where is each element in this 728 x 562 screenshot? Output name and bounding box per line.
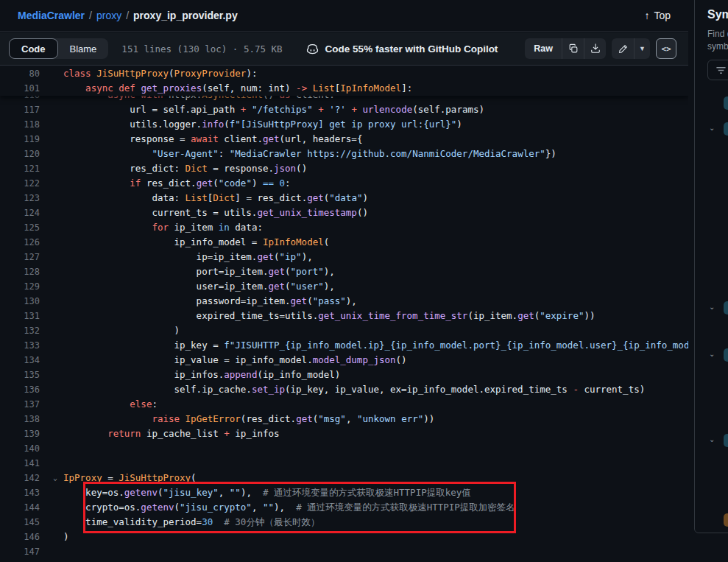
code-line: 119 response = await client.get(url, hea… [0,132,688,147]
symbol-item[interactable] [724,513,728,527]
chevron-spacer [47,220,63,235]
chevron-spacer [47,397,63,412]
line-number[interactable]: 123 [0,191,47,206]
line-number[interactable]: 101 [0,81,47,96]
line-number[interactable]: 124 [0,206,47,220]
raw-button-group: Raw [525,38,606,59]
breadcrumb-bar: MediaCrawler / proxy / proxy_ip_provider… [0,0,688,32]
code-text: url = self.api_path + "/fetchips" + '?' … [63,102,688,117]
line-number[interactable]: 128 [0,264,47,279]
code-line: 146) [0,530,688,544]
line-number[interactable]: 144 [0,500,47,515]
symbols-filter-button[interactable] [707,60,728,80]
chevron-spacer [47,500,63,515]
code-line: 132 ) [0,323,688,338]
line-number[interactable]: 139 [0,426,47,441]
code-text: expired_time_ts=utils.get_unix_time_from… [63,309,688,323]
line-number[interactable]: 142 [0,471,47,485]
breadcrumb-file-name: proxy_ip_provider.py [133,10,238,21]
line-number[interactable]: 129 [0,279,47,294]
line-number[interactable]: 134 [0,353,47,368]
symbol-expand-chevron-icon[interactable]: ⌄ [709,436,715,443]
line-number[interactable]: 130 [0,294,47,309]
code-text: crypto=os.getenv("jisu_crypto", ""), # 通… [63,500,688,515]
code-line: 141 [0,456,688,471]
symbol-item[interactable] [724,348,728,362]
code-line: 127 ip=ip_item.get("ip"), [0,250,688,264]
code-text [63,544,688,559]
symbol-item[interactable] [724,122,728,136]
breadcrumb-folder-link[interactable]: proxy [96,10,121,21]
code-text: async def get_proxies(self, num: int) ->… [63,81,688,96]
line-number[interactable]: 126 [0,235,47,250]
line-number[interactable]: 137 [0,397,47,412]
collapse-chevron-icon[interactable]: ⌄ [47,471,63,485]
line-number[interactable]: 136 [0,382,47,397]
chevron-spacer [47,264,63,279]
code-line: 117 url = self.api_path + "/fetchips" + … [0,102,688,117]
chevron-spacer [47,338,63,353]
tab-blame[interactable]: Blame [58,38,109,59]
edit-pencil-icon[interactable] [612,38,634,59]
line-number[interactable]: 118 [0,117,47,132]
line-number[interactable]: 131 [0,309,47,323]
line-number[interactable]: 132 [0,323,47,338]
line-number[interactable]: 145 [0,515,47,530]
line-number[interactable]: 127 [0,250,47,264]
line-number[interactable]: 147 [0,544,47,559]
line-number[interactable]: 138 [0,412,47,426]
code-text: ip_infos.append(ip_info_model) [63,368,688,382]
symbols-panel-toggle[interactable]: <> [656,38,676,59]
breadcrumb-separator: / [89,10,92,21]
chevron-spacer [47,544,63,559]
symbol-expand-chevron-icon[interactable]: ⌄ [709,303,715,311]
chevron-spacer [47,353,63,368]
code-line: 147 [0,544,688,559]
copy-icon[interactable] [562,38,584,59]
raw-button[interactable]: Raw [525,38,562,59]
breadcrumb-repo-link[interactable]: MediaCrawler [18,10,85,21]
back-to-top-link[interactable]: ↑ Top [644,10,671,21]
chevron-spacer [47,294,63,309]
code-text: utils.logger.info(f"[JiSuHttpProxy] get … [63,117,688,132]
chevron-spacer [47,382,63,397]
breadcrumb-separator: / [126,10,129,21]
symbol-item[interactable] [724,96,728,110]
download-icon[interactable] [584,38,606,59]
code-line: 101 async def get_proxies(self, num: int… [0,81,688,96]
code-text: key=os.getenv("jisu_key", ""), # 通过环境变量的… [63,485,688,500]
tab-code[interactable]: Code [9,38,58,59]
symbol-item[interactable] [724,434,728,447]
code-line: 121 res_dict: Dict = response.json() [0,161,688,176]
symbols-panel: Symbols Find definitions and references … [694,0,728,562]
code-text [63,456,688,471]
symbol-expand-chevron-icon[interactable]: ⌄ [709,124,715,132]
chevron-spacer [47,132,63,147]
line-number[interactable]: 121 [0,161,47,176]
line-number[interactable]: 80 [0,66,47,81]
line-number[interactable]: 143 [0,485,47,500]
line-number[interactable]: 135 [0,368,47,382]
copilot-icon [306,43,319,55]
line-number[interactable]: 120 [0,147,47,161]
line-number[interactable]: 117 [0,102,47,117]
chevron-spacer [47,66,63,81]
code-text: res_dict: Dict = response.json() [63,161,688,176]
symbol-item[interactable] [724,301,728,315]
line-number[interactable]: 133 [0,338,47,353]
line-number[interactable]: 119 [0,132,47,147]
code-text: else: [63,397,688,412]
line-number[interactable]: 141 [0,456,47,471]
line-number[interactable]: 122 [0,176,47,191]
line-number[interactable]: 125 [0,220,47,235]
line-number[interactable]: 146 [0,530,47,544]
chevron-spacer [47,426,63,441]
symbol-expand-chevron-icon[interactable]: ⌄ [709,351,715,358]
sticky-scope-lines: 80class JiSuHttpProxy(ProxyProvider):101… [0,66,688,96]
code-text: class JiSuHttpProxy(ProxyProvider): [63,66,688,81]
edit-dropdown-caret-icon[interactable]: ▼ [634,38,650,59]
code-line: 125 for ip_item in data: [0,220,688,235]
code-line: 128 port=ip_item.get("port"), [0,264,688,279]
line-number[interactable]: 140 [0,441,47,456]
chevron-spacer [47,309,63,323]
